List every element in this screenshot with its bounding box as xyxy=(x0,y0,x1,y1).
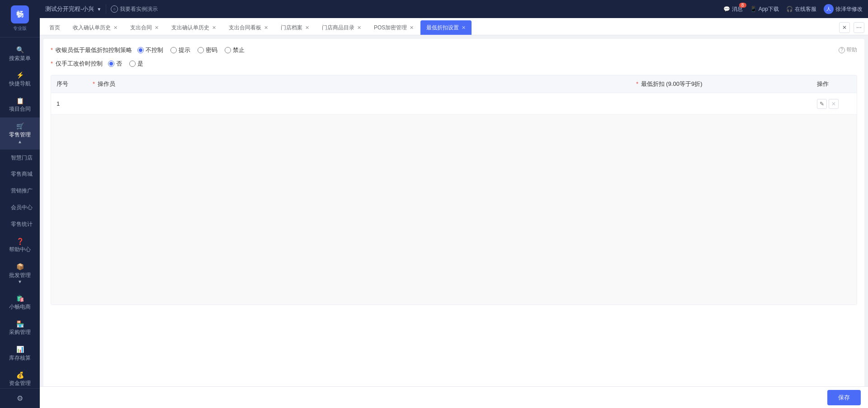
sidebar-item-inventory[interactable]: 📊 库存核算 xyxy=(0,341,40,366)
tab-home[interactable]: 首页 xyxy=(43,20,66,35)
radio-manual-yes-label: 是 xyxy=(137,60,143,68)
tab-pay-confirm[interactable]: 支出确认单历史 ✕ xyxy=(165,20,222,35)
tab-store-profile-close[interactable]: ✕ xyxy=(305,25,309,31)
page-card: ? 帮助 * 收银员低于最低折扣控制策略 不控制 xyxy=(43,39,864,404)
online-service-btn[interactable]: 🎧 在线客服 xyxy=(786,5,816,13)
tabbar: 首页 收入确认单历史 ✕ 支出合同 ✕ 支出确认单历史 ✕ 支出合同看板 ✕ 门… xyxy=(40,18,868,35)
radio-password-label: 密码 xyxy=(206,46,217,54)
demo-text: 我要看实例演示 xyxy=(120,5,158,13)
sidebar-bottom: ⚙ xyxy=(0,388,40,408)
manual-control-label: * 仅手工改价时控制 xyxy=(51,60,103,68)
tab-store-product[interactable]: 门店商品目录 ✕ xyxy=(316,20,367,35)
tab-pay-contract-close[interactable]: ✕ xyxy=(155,25,159,31)
manual-control-radios: 否 是 xyxy=(108,60,143,68)
manual-control-row: * 仅手工改价时控制 否 是 xyxy=(51,60,857,68)
radio-no-control-input[interactable] xyxy=(137,47,144,53)
tab-income-confirm-close[interactable]: ✕ xyxy=(113,25,118,31)
sidebar-item-capital[interactable]: 💰 资金管理 xyxy=(0,366,40,389)
cell-seq-1: 1 xyxy=(51,96,87,112)
tab-min-discount[interactable]: 最低折扣设置 ✕ xyxy=(420,20,472,35)
radio-manual-no-label: 否 xyxy=(116,60,122,68)
tab-pay-confirm-close[interactable]: ✕ xyxy=(212,25,216,31)
sidebar-item-retail-stat[interactable]: 零售统计 xyxy=(0,216,40,233)
sidebar-item-wholesale[interactable]: 📦 批发管理 ▼ xyxy=(0,258,40,290)
radio-ban[interactable]: 禁止 xyxy=(225,46,245,54)
cell-actions-1: ✎ ✕ xyxy=(811,99,857,109)
radio-manual-yes-input[interactable] xyxy=(129,61,136,67)
tab-more-btn[interactable]: ⋯ xyxy=(854,22,864,33)
logo-icon: 畅 xyxy=(11,5,29,23)
sidebar-item-purchase[interactable]: 🏪 采购管理 xyxy=(0,315,40,341)
col-actions: 操作 xyxy=(811,75,857,93)
sidebar-item-marketing[interactable]: 营销推广 xyxy=(0,183,40,199)
radio-ban-input[interactable] xyxy=(225,47,231,53)
tab-store-profile[interactable]: 门店档案 ✕ xyxy=(275,20,315,35)
radio-manual-yes[interactable]: 是 xyxy=(129,60,143,68)
edit-row-btn[interactable]: ✎ xyxy=(817,99,827,109)
online-service-label: 在线客服 xyxy=(795,5,816,13)
required-star-1: * xyxy=(51,47,53,53)
save-button[interactable]: 保存 xyxy=(827,390,861,405)
message-btn[interactable]: 💬 消息 8 xyxy=(723,5,743,13)
tab-store-profile-label: 门店档案 xyxy=(281,24,302,32)
tab-pay-contract[interactable]: 支出合同 ✕ xyxy=(124,20,165,35)
tab-pos-password-close[interactable]: ✕ xyxy=(410,25,414,31)
help-link[interactable]: ? 帮助 xyxy=(839,46,857,54)
col-operator: * 操作员 xyxy=(87,75,631,93)
discount-control-row: * 收银员低于最低折扣控制策略 不控制 提示 xyxy=(51,46,857,54)
sidebar-item-search[interactable]: 🔍 搜索菜单 xyxy=(0,41,40,66)
sidebar-item-online-store[interactable]: 零售商城 xyxy=(0,166,40,183)
settings-icon[interactable]: ⚙ xyxy=(17,394,23,403)
tabbar-actions: ✕ ⋯ xyxy=(839,22,864,35)
col-seq: 序号 xyxy=(51,75,87,93)
tab-pay-contract-board-close[interactable]: ✕ xyxy=(264,25,268,31)
sidebar-item-project[interactable]: 📋 项目合同 xyxy=(0,92,40,117)
tab-income-confirm[interactable]: 收入确认单历史 ✕ xyxy=(67,20,123,35)
table-row: 1 ✎ ✕ xyxy=(51,93,857,115)
required-star-col-op: * xyxy=(93,80,95,87)
radio-manual-no-input[interactable] xyxy=(108,61,114,67)
demo-circle-icon: ○ xyxy=(111,5,118,13)
project-selector[interactable]: 测试分开完程-小兴 ▼ xyxy=(45,5,101,13)
sidebar-item-help[interactable]: ❓ 帮助中心 xyxy=(0,233,40,258)
radio-password[interactable]: 密码 xyxy=(198,46,217,54)
sidebar-item-shortcut[interactable]: ⚡ 快捷导航 xyxy=(0,66,40,92)
app-download-btn[interactable]: 📱 App下载 xyxy=(750,5,779,13)
required-star-2: * xyxy=(51,60,53,67)
tab-pay-contract-board[interactable]: 支出合同看板 ✕ xyxy=(223,20,274,35)
user-menu-btn[interactable]: 人 徐泽华修改 xyxy=(824,4,863,14)
radio-manual-no[interactable]: 否 xyxy=(108,60,122,68)
cell-min-discount-1 xyxy=(631,99,811,108)
delete-row-btn[interactable]: ✕ xyxy=(829,99,839,109)
tab-min-discount-label: 最低折扣设置 xyxy=(426,24,459,32)
sidebar-menu: 🔍 搜索菜单 ⚡ 快捷导航 📋 项目合同 🛒 零售管理 ▲ 智慧门店 零售商城 … xyxy=(0,38,40,388)
demo-btn[interactable]: ○ 我要看实例演示 xyxy=(111,5,158,13)
tab-pay-contract-label: 支出合同 xyxy=(130,24,152,32)
tab-store-product-close[interactable]: ✕ xyxy=(357,25,361,31)
app-download-icon: 📱 xyxy=(750,6,757,12)
sidebar-logo: 畅 专业版 xyxy=(0,0,40,38)
col-min-discount: * 最低折扣 (9.00等于9折) xyxy=(631,75,811,93)
sidebar-item-member[interactable]: 会员中心 xyxy=(0,199,40,216)
radio-tip[interactable]: 提示 xyxy=(170,46,190,54)
tab-store-product-label: 门店商品目录 xyxy=(322,24,354,32)
page-footer: 保存 xyxy=(40,386,868,408)
required-star-col-disc: * xyxy=(636,80,638,87)
app-download-label: App下载 xyxy=(759,5,779,13)
tab-close-btn[interactable]: ✕ xyxy=(839,22,850,33)
tab-pos-password[interactable]: POS加密管理 ✕ xyxy=(368,20,420,35)
sidebar-item-ecommerce[interactable]: 🛍️ 小畅电商 xyxy=(0,290,40,315)
radio-tip-input[interactable] xyxy=(170,47,177,53)
sidebar: 畅 专业版 🔍 搜索菜单 ⚡ 快捷导航 📋 项目合同 🛒 零售管理 ▲ 智慧门店… xyxy=(0,0,40,408)
topbar-right: 💬 消息 8 📱 App下载 🎧 在线客服 人 徐泽华修改 xyxy=(723,4,863,14)
sidebar-item-retail[interactable]: 🛒 零售管理 ▲ xyxy=(0,117,40,149)
form-section: * 收银员低于最低折扣控制策略 不控制 提示 xyxy=(51,46,857,68)
tab-pay-confirm-label: 支出确认单历史 xyxy=(171,24,209,32)
radio-password-input[interactable] xyxy=(198,47,204,53)
sidebar-item-smart-store[interactable]: 智慧门店 xyxy=(0,150,40,166)
tab-income-confirm-label: 收入确认单历史 xyxy=(73,24,111,32)
radio-no-control[interactable]: 不控制 xyxy=(137,46,163,54)
tab-home-label: 首页 xyxy=(49,24,60,32)
bottom-spacer xyxy=(51,305,857,330)
tab-min-discount-close[interactable]: ✕ xyxy=(462,25,466,31)
